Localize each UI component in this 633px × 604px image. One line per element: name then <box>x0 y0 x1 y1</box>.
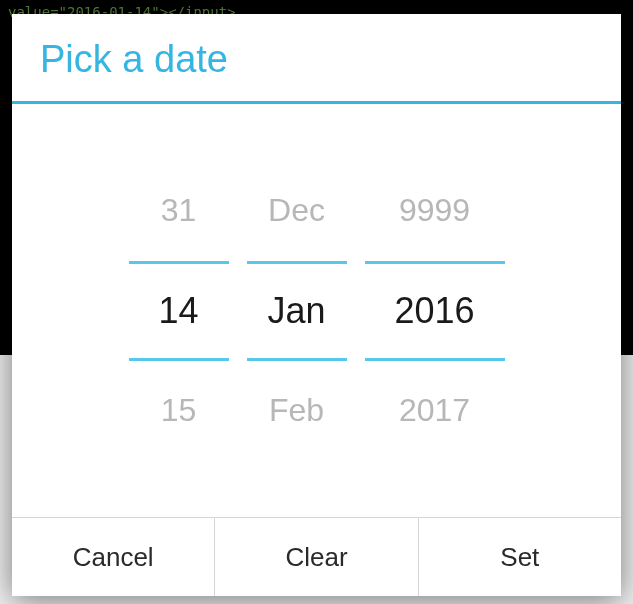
month-next[interactable]: Feb <box>247 361 347 461</box>
day-next[interactable]: 15 <box>129 361 229 461</box>
dialog-actions: Cancel Clear Set <box>12 517 621 596</box>
set-button[interactable]: Set <box>418 518 621 596</box>
dialog-title: Pick a date <box>40 38 593 81</box>
month-column[interactable]: Dec Jan Feb <box>247 161 347 461</box>
year-next[interactable]: 2017 <box>365 361 505 461</box>
picker-body: 31 14 15 Dec Jan Feb 9999 2016 2017 <box>12 104 621 517</box>
year-prev[interactable]: 9999 <box>365 161 505 261</box>
month-prev[interactable]: Dec <box>247 161 347 261</box>
date-picker-dialog: Pick a date 31 14 15 Dec Jan Feb 9999 20… <box>12 14 621 596</box>
month-selected[interactable]: Jan <box>247 261 347 361</box>
dialog-header: Pick a date <box>12 14 621 104</box>
day-column[interactable]: 31 14 15 <box>129 161 229 461</box>
day-selected[interactable]: 14 <box>129 261 229 361</box>
cancel-button[interactable]: Cancel <box>12 518 214 596</box>
picker-columns: 31 14 15 Dec Jan Feb 9999 2016 2017 <box>129 161 505 461</box>
day-prev[interactable]: 31 <box>129 161 229 261</box>
clear-button[interactable]: Clear <box>214 518 417 596</box>
year-column[interactable]: 9999 2016 2017 <box>365 161 505 461</box>
year-selected[interactable]: 2016 <box>365 261 505 361</box>
